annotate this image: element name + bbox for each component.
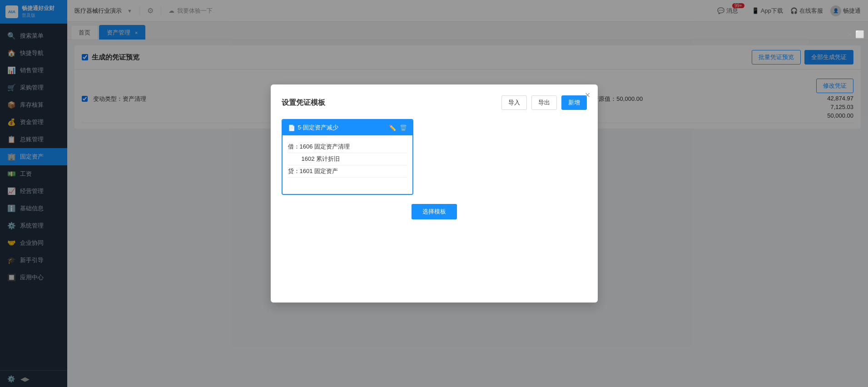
template-name: 5-固定资产减少	[298, 124, 339, 132]
modal: 设置凭证模板 导入 导出 新增 × × ⬜ 📄 5-固定资产减少	[271, 84, 598, 303]
select-template-btn[interactable]: 选择模板	[412, 204, 457, 219]
modal-actions: 导入 导出 新增	[501, 95, 587, 110]
template-card-header: 📄 5-固定资产减少 ✏️ 🗑️	[283, 120, 412, 135]
window-controls: × ⬜	[848, 30, 864, 39]
template-delete-icon[interactable]: 🗑️	[400, 124, 407, 131]
template-card: 📄 5-固定资产减少 ✏️ 🗑️ 借：1606 固定资产清理 1602 累计折旧	[282, 119, 413, 195]
template-line-0: 借：1606 固定资产清理	[288, 141, 407, 153]
export-btn[interactable]: 导出	[531, 95, 557, 110]
modal-title: 设置凭证模板	[282, 98, 325, 108]
template-edit-icon[interactable]: ✏️	[389, 124, 396, 131]
import-btn[interactable]: 导入	[501, 95, 527, 110]
modal-overlay: 设置凭证模板 导入 导出 新增 × × ⬜ 📄 5-固定资产减少	[0, 0, 868, 387]
modal-close-btn[interactable]: ×	[585, 90, 590, 100]
modal-header: 设置凭证模板 导入 导出 新增	[282, 95, 587, 110]
close-window-btn[interactable]: ×	[848, 30, 852, 39]
modal-body: 📄 5-固定资产减少 ✏️ 🗑️ 借：1606 固定资产清理 1602 累计折旧	[282, 119, 587, 292]
template-card-title: 📄 5-固定资产减少	[288, 124, 339, 132]
template-line-2: 贷：1601 固定资产	[288, 165, 407, 178]
template-doc-icon: 📄	[288, 124, 295, 131]
template-line-1: 1602 累计折旧	[288, 153, 407, 165]
new-btn[interactable]: 新增	[561, 95, 587, 110]
maximize-window-btn[interactable]: ⬜	[855, 30, 864, 39]
template-card-body: 借：1606 固定资产清理 1602 累计折旧 贷：1601 固定资产	[283, 135, 412, 194]
template-line-3	[288, 178, 407, 189]
template-card-actions: ✏️ 🗑️	[389, 124, 407, 131]
